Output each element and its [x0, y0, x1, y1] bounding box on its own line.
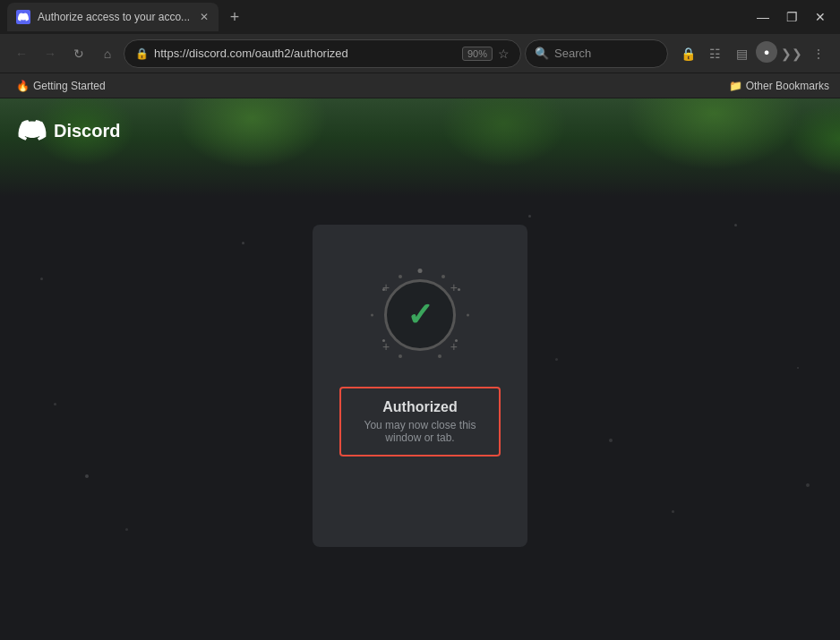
auth-card-lower [313, 475, 527, 547]
bookmark-star-icon[interactable]: ☆ [498, 47, 510, 61]
search-label: Search [554, 47, 591, 60]
search-icon: 🔍 [535, 47, 549, 60]
extensions-icon[interactable]: ❯❯ [779, 41, 804, 66]
lock-icon: 🔒 [135, 47, 149, 60]
folder-icon: 📁 [729, 80, 742, 92]
close-button[interactable]: ✕ [808, 4, 833, 30]
title-bar: Authorize access to your acco... ✕ + — ❐… [0, 0, 840, 34]
tab-close-button[interactable]: ✕ [197, 10, 211, 24]
back-button[interactable]: ← [9, 41, 34, 66]
nav-bar: ← → ↻ ⌂ 🔒 https://discord.com/oauth2/aut… [0, 34, 840, 73]
auth-card: + + + + ✓ Authorized You may now close t… [313, 225, 527, 547]
discord-logo: Discord [18, 120, 120, 141]
page-content: Discord + + + + [0, 98, 840, 640]
active-tab[interactable]: Authorize access to your acco... ✕ [7, 3, 219, 31]
checkmark-container: + + + + ✓ [366, 261, 474, 369]
browser-chrome: Authorize access to your acco... ✕ + — ❐… [0, 0, 840, 98]
auth-card-upper: + + + + ✓ Authorized You may now close t… [313, 225, 527, 475]
forward-button[interactable]: → [38, 41, 63, 66]
profile-icon[interactable]: ● [756, 41, 777, 63]
maximize-button[interactable]: ❐ [779, 4, 804, 30]
other-bookmarks[interactable]: 📁 Other Bookmarks [729, 80, 829, 92]
bookmarks-bar: 🔥 Getting Started 📁 Other Bookmarks [0, 73, 840, 98]
zoom-badge[interactable]: 90% [462, 47, 493, 61]
other-bookmarks-label: Other Bookmarks [746, 80, 829, 92]
bookmark-getting-started[interactable]: 🔥 Getting Started [11, 78, 111, 94]
tab-title: Authorize access to your acco... [38, 11, 190, 23]
auth-message-box: Authorized You may now close this window… [339, 387, 501, 457]
checkmark-icon: ✓ [407, 296, 433, 334]
address-bar[interactable]: 🔒 https://discord.com/oauth2/authorized … [124, 39, 521, 68]
discord-logo-text: Discord [54, 121, 120, 141]
leaf-background [0, 98, 840, 197]
home-button[interactable]: ⌂ [95, 41, 120, 66]
url-text: https://discord.com/oauth2/authorized [154, 47, 457, 60]
bookmark-label: Getting Started [33, 80, 106, 92]
bookmark-flame-icon: 🔥 [16, 80, 30, 92]
reader-mode-icon[interactable]: ▤ [729, 41, 754, 66]
authorized-title: Authorized [356, 399, 484, 415]
authorized-subtitle: You may now close this window or tab. [356, 419, 484, 444]
checkmark-circle: ✓ [384, 279, 456, 351]
new-tab-button[interactable]: + [222, 4, 247, 30]
account-icon[interactable]: 🔒 [675, 41, 700, 66]
refresh-button[interactable]: ↻ [66, 41, 91, 66]
window-controls: — ❐ ✕ [750, 4, 833, 30]
menu-button[interactable]: ⋮ [806, 41, 831, 66]
nav-extras: 🔒 ☷ ▤ ● ❯❯ ⋮ [675, 41, 831, 66]
collections-icon[interactable]: ☷ [702, 41, 727, 66]
search-bar[interactable]: 🔍 Search [525, 39, 668, 68]
tab-favicon [16, 10, 30, 24]
minimize-button[interactable]: — [750, 4, 776, 30]
